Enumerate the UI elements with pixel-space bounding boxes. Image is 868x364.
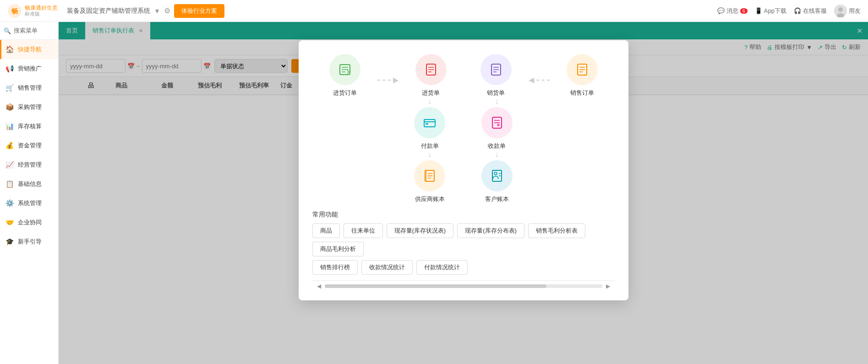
scroll-indicator: ◀ ▶ <box>312 280 615 291</box>
collab-icon: 🤝 <box>5 218 14 227</box>
flow-popup: 进货订单 ▶ 进货单 <box>299 40 628 300</box>
supplier-ledger-label: 供应商账本 <box>415 195 445 203</box>
marketing-icon: 📢 <box>5 65 14 73</box>
system-title-area: 装备及固定资产辅助管理系统 ▼ ⚙ 体验行业方案 <box>67 4 717 18</box>
sidebar-item-sales[interactable]: 🛒 销售管理 <box>0 78 58 98</box>
func-btn-counterparty[interactable]: 往来单位 <box>344 223 383 238</box>
sales-order-label: 销售订单 <box>570 89 594 97</box>
sales-bill-circle[interactable] <box>480 54 512 85</box>
top-bar: 畅 畅康通好生意 标准版 装备及固定资产辅助管理系统 ▼ ⚙ 体验行业方案 💬 … <box>0 0 868 22</box>
operation-icon: 📈 <box>5 161 14 169</box>
search-icon: 🔍 <box>4 27 11 34</box>
app-download-btn[interactable]: 📱 App下载 <box>755 7 786 15</box>
customer-ledger-label: 客户账本 <box>485 195 509 203</box>
user-menu[interactable]: 用友 <box>834 5 861 17</box>
scroll-left-btn[interactable]: ◀ <box>317 283 321 289</box>
purchase-icon: 📦 <box>5 103 14 111</box>
scroll-thumb[interactable] <box>325 284 547 288</box>
message-badge: 6 <box>740 8 748 14</box>
func-btn-product[interactable]: 商品 <box>312 223 340 238</box>
logo-icon: 畅 <box>7 4 22 18</box>
scroll-track[interactable] <box>325 284 602 288</box>
payment-bill-circle[interactable] <box>414 107 445 138</box>
func-btn-stock-dist[interactable]: 现存量(库存分布表) <box>457 223 524 238</box>
scroll-right-btn[interactable]: ▶ <box>606 283 610 289</box>
sidebar-item-quick-nav[interactable]: 🏠 快捷导航 <box>0 40 58 59</box>
func-btn-sales-margin[interactable]: 销售毛利分析表 <box>528 223 585 238</box>
logo-text: 畅康通好生意 标准版 <box>25 5 58 17</box>
search-menu-btn[interactable]: 🔍 搜索菜单 <box>0 22 58 40</box>
sidebar-item-inventory[interactable]: 📊 库存核算 <box>0 117 58 136</box>
receipt-bill-circle[interactable] <box>481 107 513 138</box>
experience-btn[interactable]: 体验行业方案 <box>174 4 224 18</box>
avatar <box>834 5 847 17</box>
sidebar-item-finance[interactable]: 💰 资金管理 <box>0 136 58 155</box>
inventory-icon: 📊 <box>5 122 14 130</box>
func-btn-product-margin[interactable]: 商品毛利分析 <box>312 242 364 256</box>
svg-point-28 <box>497 124 500 126</box>
svg-rect-24 <box>426 123 428 125</box>
purchase-bill-circle[interactable] <box>415 54 447 85</box>
svg-point-35 <box>494 172 497 175</box>
func-btn-stock-status[interactable]: 现存量(库存状况表) <box>387 223 454 238</box>
finance-icon: 💰 <box>5 141 14 150</box>
sidebar-item-base-info[interactable]: 📋 基础信息 <box>0 174 58 194</box>
receipt-bill-label: 收款单 <box>488 142 506 150</box>
top-right: 💬 消息 6 📱 App下载 🎧 在线客服 用友 <box>717 5 861 17</box>
func-btn-sales-rank[interactable]: 销售排行榜 <box>312 260 358 275</box>
common-functions-title: 常用功能 <box>312 211 615 219</box>
sidebar: 🔍 搜索菜单 🏠 快捷导航 📢 营销推广 🛒 销售管理 📦 采购管理 📊 <box>0 22 59 364</box>
online-service-btn[interactable]: 🎧 在线客服 <box>794 7 827 15</box>
sidebar-item-guide[interactable]: 🎓 新手引导 <box>0 232 58 251</box>
message-icon: 💬 <box>717 7 725 14</box>
svg-rect-30 <box>425 170 427 181</box>
main-area: 🔍 搜索菜单 🏠 快捷导航 📢 营销推广 🛒 销售管理 📦 采购管理 📊 <box>0 22 868 364</box>
function-buttons-grid2: 销售排行榜 收款情况统计 付款情况统计 <box>312 260 615 275</box>
customer-ledger-circle[interactable] <box>481 160 513 191</box>
sales-order-circle[interactable] <box>567 54 598 85</box>
sidebar-item-purchase[interactable]: 📦 采购管理 <box>0 98 58 117</box>
home-icon: 🏠 <box>5 45 14 54</box>
purchase-bill-label: 进货单 <box>422 89 440 97</box>
sales-icon: 🛒 <box>5 84 14 92</box>
purchase-order-circle[interactable] <box>329 54 360 85</box>
app-wrapper: 畅 畅康通好生意 标准版 装备及固定资产辅助管理系统 ▼ ⚙ 体验行业方案 💬 … <box>0 0 868 364</box>
svg-point-3 <box>838 7 843 12</box>
sidebar-item-system[interactable]: ⚙️ 系统管理 <box>0 194 58 213</box>
message-btn[interactable]: 💬 消息 6 <box>717 7 748 15</box>
function-buttons-grid: 商品 往来单位 现存量(库存状况表) 现存量(库存分布表) 销售毛利分析表 商品… <box>312 223 615 256</box>
svg-text:畅: 畅 <box>11 7 18 15</box>
flow-overlay: 进货订单 ▶ 进货单 <box>59 22 868 364</box>
sidebar-item-operation[interactable]: 📈 经营管理 <box>0 155 58 174</box>
sales-bill-label: 销货单 <box>487 89 505 97</box>
supplier-ledger-circle[interactable] <box>414 160 445 191</box>
guide-icon: 🎓 <box>5 238 14 246</box>
settings-gear-icon[interactable]: ⚙ <box>164 6 170 15</box>
svg-rect-22 <box>424 120 435 127</box>
func-btn-pay-stat[interactable]: 付款情况统计 <box>416 260 468 275</box>
payment-bill-label: 付款单 <box>421 142 439 150</box>
system-icon: ⚙️ <box>5 199 14 207</box>
sidebar-item-marketing[interactable]: 📢 营销推广 <box>0 59 58 78</box>
common-functions-section: 常用功能 商品 往来单位 现存量(库存状况表) 现存量(库存分布表) 销售毛利分… <box>312 211 615 275</box>
func-btn-recv-stat[interactable]: 收款情况统计 <box>361 260 413 275</box>
purchase-order-label: 进货订单 <box>333 89 357 97</box>
system-name: 装备及固定资产辅助管理系统 <box>67 7 150 15</box>
dropdown-arrow-icon[interactable]: ▼ <box>154 7 160 15</box>
sidebar-item-collab[interactable]: 🤝 企业协同 <box>0 213 58 232</box>
service-icon: 🎧 <box>794 7 801 14</box>
logo-area: 畅 畅康通好生意 标准版 <box>7 4 58 18</box>
app-icon: 📱 <box>755 7 762 14</box>
base-info-icon: 📋 <box>5 180 14 188</box>
content-area: 首页 销售订单执行表 ✕ ✕ ? 帮助 🖨 按模板打印 ▼ <box>59 22 868 364</box>
